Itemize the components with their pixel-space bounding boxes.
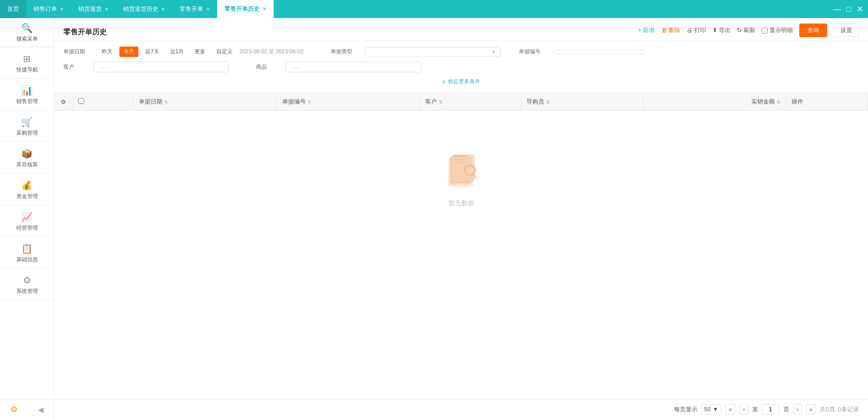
sidebar-purchase-mgmt-label: 采购管理 xyxy=(16,129,38,137)
tab-sales-order-close[interactable]: ✕ xyxy=(60,6,64,12)
type-select-arrow: ▼ xyxy=(491,49,496,54)
sidebar-item-sales-mgmt[interactable]: 📊 销售管理 xyxy=(0,79,54,110)
next-page-btn[interactable]: › xyxy=(793,404,802,414)
customer-more-dots: ... xyxy=(101,64,105,70)
header-actions: + 新增 🗑 删除 🖨 打印 ⬆ 导出 ↻ 刷新 显示明细 查询 设置 xyxy=(638,24,859,41)
sort-number-icon[interactable]: ⇅ xyxy=(308,99,311,104)
sidebar-item-quick-nav[interactable]: ⊞ 快捷导航 xyxy=(0,47,54,79)
display-detail-checkbox[interactable] xyxy=(762,28,768,33)
column-customer[interactable]: 客户 ⇅ xyxy=(419,93,521,111)
svg-rect-6 xyxy=(454,162,464,163)
sidebar-finance-label: 资金管理 xyxy=(16,193,38,200)
maximize-icon[interactable]: □ xyxy=(846,5,851,14)
delete-button[interactable]: 🗑 删除 xyxy=(661,26,681,34)
content-area: 零售开单历史 + 新增 🗑 删除 🖨 打印 ⬆ 导出 ↻ 刷新 显示明细 查询 … xyxy=(54,18,868,419)
select-all-checkbox[interactable] xyxy=(78,98,84,104)
number-filter-input[interactable] xyxy=(553,50,644,54)
print-button[interactable]: 🖨 打印 xyxy=(687,26,706,34)
column-amount-label: 实销金额 xyxy=(751,98,775,106)
filter-row-2: 客户 ... 商品 ... xyxy=(63,61,859,72)
tab-retail-open-history-close[interactable]: ✕ xyxy=(262,6,266,12)
sort-date-icon[interactable]: ⇅ xyxy=(164,99,168,104)
first-page-btn[interactable]: « xyxy=(725,404,735,414)
tab-sales-return-label: 销货退货 xyxy=(78,5,102,13)
customer-filter-input[interactable]: ... xyxy=(93,61,229,72)
page-label: 第 xyxy=(752,405,758,414)
tab-sales-return-history-close[interactable]: ✕ xyxy=(161,6,165,12)
type-filter-select[interactable]: ▼ xyxy=(365,47,501,56)
column-date[interactable]: 单据日期 ⇅ xyxy=(133,93,276,111)
prev-page-btn[interactable]: ‹ xyxy=(739,404,748,414)
query-button[interactable]: 查询 xyxy=(799,24,827,37)
sidebar-inventory-label: 库存核算 xyxy=(16,161,38,169)
column-number[interactable]: 单据编号 ⇅ xyxy=(276,93,419,111)
tab-retail-open[interactable]: 零售开单 ✕ xyxy=(172,0,217,18)
collapse-sidebar-icon[interactable]: ◀ xyxy=(38,405,43,414)
sidebar-item-operations[interactable]: 📈 经营管理 xyxy=(0,205,54,237)
date-btn-yesterday[interactable]: 昨天 xyxy=(98,47,117,57)
tab-sales-return-history[interactable]: 销货退货历史 ✕ xyxy=(116,0,172,18)
empty-text: 暂无数据 xyxy=(449,199,474,207)
tab-home[interactable]: 首页 xyxy=(0,0,26,18)
sort-customer-icon[interactable]: ⇅ xyxy=(439,99,442,104)
date-range-display: 2023-06-02 至 2023-06-02 xyxy=(239,48,303,56)
tab-sales-return-close[interactable]: ✕ xyxy=(104,6,109,12)
collapse-more-btn[interactable]: ∧ 收起更多条件 xyxy=(442,76,480,87)
sidebar-sys-mgmt-label: 系统管理 xyxy=(16,287,38,295)
sidebar-item-purchase-mgmt[interactable]: 🛒 采购管理 xyxy=(0,110,54,142)
collapse-arrow-icon: ∧ xyxy=(442,79,446,85)
date-btn-7days[interactable]: 近7天 xyxy=(141,47,163,57)
goods-filter-input[interactable]: ... xyxy=(286,61,422,72)
last-page-btn[interactable]: » xyxy=(806,404,816,414)
sort-salesperson-icon[interactable]: ⇅ xyxy=(546,99,550,104)
column-customer-label: 客户 xyxy=(425,98,437,106)
tab-sales-return[interactable]: 销货退货 ✕ xyxy=(71,0,116,18)
add-button[interactable]: + 新增 xyxy=(638,26,655,34)
page-unit: 页 xyxy=(783,405,789,414)
main-layout: 🔍 搜索采单 ⊞ 快捷导航 📊 销售管理 🛒 采购管理 📦 库存核算 💰 资金管… xyxy=(0,18,868,419)
window-controls: — □ ✕ xyxy=(833,4,868,14)
tab-retail-open-close[interactable]: ✕ xyxy=(206,6,210,12)
refresh-button[interactable]: ↻ 刷新 xyxy=(737,26,755,34)
sidebar-base-info-label: 基础信息 xyxy=(16,256,38,264)
filter-row-1: 单据日期 昨天 今天 近7天 近1月 更多 自定义 2023-06-02 至 2… xyxy=(63,47,859,57)
sidebar-sales-mgmt-label: 销售管理 xyxy=(16,98,38,105)
sidebar-item-base-info[interactable]: 📋 基础信息 xyxy=(0,237,54,268)
column-number-label: 单据编号 xyxy=(282,98,306,106)
tab-sales-order[interactable]: 销售订单 ✕ xyxy=(26,0,71,18)
window-close-icon[interactable]: ✕ xyxy=(857,4,863,14)
export-button[interactable]: ⬆ 导出 xyxy=(712,26,731,34)
column-salesperson[interactable]: 导购员 ⇅ xyxy=(521,93,643,111)
column-action-label: 操作 xyxy=(792,98,803,105)
sidebar-item-finance[interactable]: 💰 资金管理 xyxy=(0,174,54,205)
page-size-select[interactable]: 50 ▼ xyxy=(701,404,721,414)
display-detail-toggle[interactable]: 显示明细 xyxy=(762,26,793,34)
date-btn-today[interactable]: 今天 xyxy=(119,47,138,57)
sales-mgmt-icon: 📊 xyxy=(21,85,33,96)
column-checkbox[interactable] xyxy=(72,93,133,111)
sidebar-item-search[interactable]: 🔍 搜索采单 xyxy=(0,18,54,47)
tab-retail-open-history[interactable]: 零售开单历史 ✕ xyxy=(217,0,274,18)
number-filter-label: 单据编号 xyxy=(519,48,544,56)
date-btn-1month[interactable]: 近1月 xyxy=(166,47,188,57)
sort-amount-icon[interactable]: ⇅ xyxy=(777,99,780,104)
minimize-icon[interactable]: — xyxy=(833,5,841,14)
column-settings[interactable]: ⚙ xyxy=(54,93,72,111)
total-info: 共0页, 0条记录 xyxy=(820,405,859,414)
sidebar-item-sys-mgmt[interactable]: ⚙ 系统管理 xyxy=(0,268,54,300)
setting-button[interactable]: 设置 xyxy=(834,24,859,37)
pagination-bar: 每页显示 50 ▼ « ‹ 第 页 › » 共0页, 0条记录 xyxy=(54,399,868,419)
sidebar-quick-nav-label: 快捷导航 xyxy=(16,66,38,74)
date-btn-more[interactable]: 更多 xyxy=(190,47,209,57)
top-bar: 首页 销售订单 ✕ 销货退货 ✕ 销货退货历史 ✕ 零售开单 ✕ 零售开单历史 … xyxy=(0,0,868,18)
page-number-input[interactable] xyxy=(762,404,780,414)
date-btn-custom[interactable]: 自定义 xyxy=(212,47,237,57)
settings-gear-icon[interactable]: ⚙ xyxy=(10,405,18,414)
sidebar-item-inventory[interactable]: 📦 库存核算 xyxy=(0,142,54,174)
sidebar: 🔍 搜索采单 ⊞ 快捷导航 📊 销售管理 🛒 采购管理 📦 库存核算 💰 资金管… xyxy=(0,18,54,419)
empty-icon xyxy=(439,147,484,192)
sidebar-search-label: 搜索采单 xyxy=(16,35,38,43)
filter-area: 单据日期 昨天 今天 近7天 近1月 更多 自定义 2023-06-02 至 2… xyxy=(54,41,868,93)
column-amount[interactable]: 实销金额 ⇅ xyxy=(643,93,786,111)
tab-home-label: 首页 xyxy=(7,5,19,13)
